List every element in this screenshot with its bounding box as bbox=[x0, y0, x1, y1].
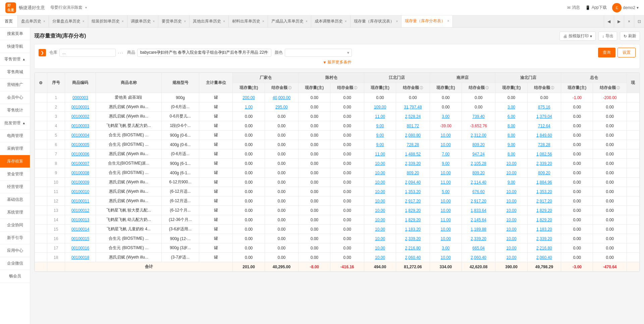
app-icon: 📱 bbox=[585, 5, 590, 10]
tab-cost-adjust[interactable]: 成本调整单历史 × bbox=[311, 15, 351, 28]
info-icon[interactable]: ⓘ bbox=[485, 86, 489, 90]
tab-other-out[interactable]: 其他出库单历史 × bbox=[190, 15, 229, 28]
tab-close-icon[interactable]: × bbox=[83, 19, 85, 23]
user-dropdown-icon: ▾ bbox=[637, 5, 639, 10]
table-row: 1800100018惠氏启赋 (Wyeth illu...(3-7岁适...罐0… bbox=[35, 253, 640, 262]
color-field: 颜色 ▾ bbox=[275, 49, 349, 57]
nav-label: 母婴行业演示陈套 bbox=[50, 5, 83, 10]
sidebar-item-nav[interactable]: 快捷导航 bbox=[0, 40, 30, 53]
th-warehouse1: 厂家仓 bbox=[233, 73, 299, 83]
tab-close-icon[interactable]: × bbox=[262, 19, 264, 23]
warehouse-dots-btn[interactable]: ··· bbox=[118, 50, 124, 55]
tab-stock-dist[interactable]: 现存量（库存分布表）× bbox=[401, 15, 453, 28]
sidebar-item-purchase[interactable]: 采购管理 bbox=[0, 142, 30, 155]
table-row: 900100008合生元 (BIOSTIME) ...400g (6-1...罐… bbox=[35, 168, 640, 178]
tab-stock-status[interactable]: 现存量（库存状况表）× bbox=[351, 15, 402, 28]
color-input[interactable] bbox=[285, 49, 352, 57]
query-btn[interactable]: 查询 bbox=[598, 48, 615, 57]
warehouse-label: 仓库 bbox=[49, 50, 57, 55]
sidebar-item-info[interactable]: 基础信息 bbox=[0, 193, 30, 206]
tab-close-icon[interactable]: × bbox=[223, 19, 225, 23]
logo-text: 畅捷通好生意 bbox=[19, 5, 45, 11]
tab-home[interactable]: 首页 bbox=[0, 15, 18, 28]
tab-close-icon[interactable]: × bbox=[396, 19, 398, 23]
sidebar-item-wechat[interactable]: 企业微信 bbox=[0, 257, 30, 270]
info-icon[interactable]: ⓘ bbox=[420, 86, 423, 90]
sidebar-item-wholesale[interactable]: 批发管理 ▲ bbox=[0, 117, 30, 130]
tab-assembly[interactable]: 组装折卸单历史 × bbox=[88, 15, 127, 28]
tab-close-icon[interactable]: × bbox=[43, 19, 45, 23]
tab-next-btn[interactable]: ▶ bbox=[614, 15, 624, 28]
sidebar-item-search[interactable]: 搜索英单 bbox=[0, 28, 30, 40]
table-row: 300100002惠氏启赋 (Wyeth illu...0-6月婴儿...罐0.… bbox=[35, 112, 640, 121]
th-w4-qty: 现存量(主) bbox=[430, 83, 462, 93]
app-download-btn[interactable]: 📱 App下载 bbox=[585, 5, 607, 10]
top-right: ✉ 消息 📱 App下载 E demo2 ▾ bbox=[567, 3, 639, 12]
settings-btn[interactable]: 设置 bbox=[618, 48, 636, 57]
table-row: 500100004合生元 (BIOSTIME) ...900g (0-6...罐… bbox=[35, 131, 640, 140]
tab-product-in[interactable]: 产成品入库单历史 × bbox=[268, 15, 311, 28]
sidebar-item-stats[interactable]: 零售统计 bbox=[0, 104, 30, 117]
logo-icon: 好生意 bbox=[5, 2, 16, 13]
sidebar-item-retail[interactable]: 零售管理 ▲ bbox=[0, 53, 30, 66]
tab-material-out[interactable]: 材料出库单历史 × bbox=[229, 15, 268, 28]
sidebar-item-system[interactable]: 系统管理 bbox=[0, 206, 30, 219]
th-warehouse3: 江北门店 bbox=[364, 73, 430, 83]
th-w5-amt: 结存金额ⓘ bbox=[527, 83, 561, 93]
tab-transfer[interactable]: 调拨单历史 × bbox=[127, 15, 159, 28]
goods-input[interactable] bbox=[137, 49, 271, 57]
info-icon[interactable]: ⓘ bbox=[551, 86, 554, 90]
main-content: 现存量查询(库存分布) 🖨 按模版打印 ▾ ↓ 导出 ↻ 刷新 ❯ 仓库 · bbox=[30, 28, 644, 324]
tab-close-icon[interactable]: × bbox=[184, 19, 186, 23]
table-row: 400100003飞鹤星飞帆 婴儿配方奶...1段(0-6个...罐0.000.… bbox=[35, 121, 640, 131]
print-icon: 🖨 bbox=[563, 34, 567, 39]
top-bar: 好生意 畅捷通好生意 母婴行业演示陈套 ▾ ✉ 消息 📱 App下载 E dem… bbox=[0, 0, 644, 15]
tab-partial-count[interactable]: 分量盘点单历史 × bbox=[49, 15, 88, 28]
warehouse-input[interactable] bbox=[59, 49, 116, 57]
sidebar-item-inventory[interactable]: 库存核算 bbox=[0, 155, 30, 168]
print-btn[interactable]: 🖨 按模版打印 ▾ bbox=[559, 32, 596, 41]
th-gear[interactable]: ⚙ bbox=[35, 73, 47, 93]
table-container: ⚙ 序号 商品编码 商品名称 规格型号 主计量单位 厂家仓 陈村仓 江北门店 南… bbox=[34, 72, 640, 272]
expand-more-btn[interactable]: ▼ 展开更多条件 bbox=[323, 59, 352, 65]
color-label: 颜色 bbox=[275, 50, 283, 55]
export-btn[interactable]: ↓ 导出 bbox=[598, 32, 617, 41]
data-table: ⚙ 序号 商品编码 商品名称 规格型号 主计量单位 厂家仓 陈村仓 江北门店 南… bbox=[35, 73, 640, 272]
th-index: 序号 bbox=[47, 73, 65, 93]
sidebar-item-vip[interactable]: 畅会员 bbox=[0, 270, 30, 283]
nav-dropdown-icon[interactable]: ▾ bbox=[85, 6, 87, 9]
sidebar-item-guide[interactable]: 新手引导 bbox=[0, 232, 30, 244]
tab-requisition[interactable]: 要货单历史 × bbox=[158, 15, 190, 28]
sidebar-item-appcenter[interactable]: 应用中心 bbox=[0, 244, 30, 257]
user-area[interactable]: E demo2 ▾ bbox=[612, 3, 639, 12]
color-dropdown-icon[interactable]: ▾ bbox=[347, 50, 349, 55]
info-icon[interactable]: ⓘ bbox=[354, 86, 357, 90]
sidebar-item-shop[interactable]: 零售商城 bbox=[0, 66, 30, 79]
avatar: E bbox=[612, 3, 622, 12]
tab-expand-btn[interactable]: ⊡ bbox=[634, 15, 644, 28]
tab-close-icon[interactable]: × bbox=[153, 19, 155, 23]
collapse-btn[interactable]: ❯ bbox=[39, 49, 46, 56]
th-w3-amt: 结存金额ⓘ bbox=[396, 83, 430, 93]
tab-close-all-btn[interactable]: × bbox=[624, 15, 634, 28]
th-w1-qty: 现存量(主) bbox=[233, 83, 265, 93]
info-icon[interactable]: ⓘ bbox=[616, 86, 620, 90]
sidebar-item-collab[interactable]: 企业协同 bbox=[0, 219, 30, 232]
messages-btn[interactable]: ✉ 消息 bbox=[567, 5, 580, 10]
tab-nav-buttons: ◀ ▶ × ⊡ bbox=[604, 15, 644, 28]
sidebar-item-operation[interactable]: 经营管理 bbox=[0, 181, 30, 193]
refresh-btn[interactable]: ↻ 刷新 bbox=[620, 32, 640, 41]
sidebar-item-marketing[interactable]: 营销推广 bbox=[0, 79, 30, 91]
tab-close-icon[interactable]: × bbox=[122, 19, 124, 23]
tab-close-icon[interactable]: × bbox=[345, 19, 347, 23]
sidebar-item-finance[interactable]: 资金管理 bbox=[0, 168, 30, 181]
info-icon[interactable]: ⓘ bbox=[288, 86, 291, 90]
th-w1-amt: 结存金额ⓘ bbox=[265, 83, 298, 93]
gear-icon[interactable]: ⚙ bbox=[39, 81, 43, 85]
tab-close-icon[interactable]: × bbox=[306, 19, 308, 23]
sidebar-item-member[interactable]: 会员中心 bbox=[0, 91, 30, 104]
sidebar-item-ecommerce[interactable]: 电商管理 bbox=[0, 130, 30, 142]
tab-close-icon[interactable]: × bbox=[447, 19, 449, 23]
tab-prev-btn[interactable]: ◀ bbox=[604, 15, 614, 28]
tab-inventory-count[interactable]: 盘点单历史 × bbox=[18, 15, 49, 28]
